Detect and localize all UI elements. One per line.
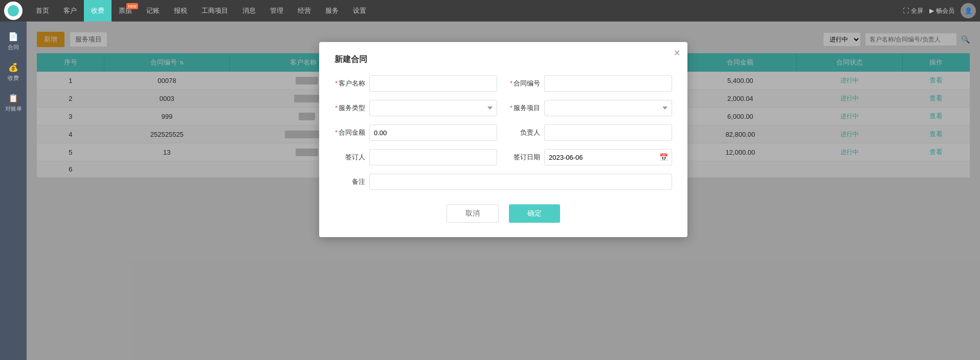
contract-amount-label: *合同金额 [335,128,365,137]
service-item-label: *服务项目 [509,103,540,113]
responsible-person-row: 负责人 [509,124,672,141]
app-logo [4,2,23,20]
nav-item-home[interactable]: 首页 [29,0,56,22]
nav-item-operation[interactable]: 经营 [291,0,318,22]
service-item-row: *服务项目 [509,100,672,116]
sidebar-item-statement-label: 对账单 [5,105,22,113]
avatar-icon: 👤 [965,7,972,14]
modal-close-button[interactable]: ✕ [674,48,680,58]
signer-label: 签订人 [335,153,365,162]
contract-amount-input[interactable] [369,124,497,141]
sidebar-item-contract-label: 合同 [8,44,19,51]
modal-title: 新建合同 [335,54,672,65]
confirm-button[interactable]: 确定 [509,204,560,223]
main-layout: 📄 合同 💰 收费 📋 对账单 新增 服务项目 进行中 已结束 全部 🔍 [0,22,980,360]
nav-right: ⛶ 全屏 ▶ 畅会员 👤 [903,3,976,18]
sidebar-item-contract[interactable]: 📄 合同 [0,26,27,56]
customer-name-label: *客户名称 [335,79,365,88]
date-input-wrap: 📅 [544,149,672,165]
cancel-button[interactable]: 取消 [447,204,499,223]
nav-item-settings[interactable]: 设置 [346,0,373,22]
billing-icon: 💰 [8,61,19,73]
member-button[interactable]: ▶ 畅会员 [929,7,954,15]
notes-label: 备注 [335,177,365,186]
required-star: * [510,104,513,112]
customer-name-row: *客户名称 [335,75,497,92]
responsible-person-input[interactable] [544,124,672,141]
member-label: 畅会员 [936,7,954,15]
service-type-select[interactable] [369,100,497,116]
nav-item-customer[interactable]: 客户 [56,0,84,22]
fullscreen-label: 全屏 [911,7,923,15]
customer-name-input[interactable] [369,75,497,92]
main-content: 新增 服务项目 进行中 已结束 全部 🔍 序号 合同编号 ⇅ 客户名称 ⇅ 服务… [27,22,980,360]
new-badge: new [126,3,138,9]
nav-item-business[interactable]: 工商项目 [194,0,235,22]
top-navigation: 首页 客户 收费 票据new 记账 报税 工商项目 消息 管理 经营 服务 设置… [0,0,980,22]
required-star: * [510,79,513,87]
required-star: * [335,129,338,136]
contract-number-row: *合同编号 [509,75,672,92]
notes-row: 备注 [335,174,672,190]
statement-icon: 📋 [8,92,19,103]
notes-input[interactable] [369,174,672,190]
form-grid: *客户名称 *合同编号 *服务类型 [335,75,672,190]
required-star: * [335,79,338,87]
service-type-row: *服务类型 [335,100,497,116]
fullscreen-button[interactable]: ⛶ 全屏 [903,7,923,15]
modal-footer: 取消 确定 [335,204,672,223]
responsible-person-label: 负责人 [509,128,540,137]
avatar[interactable]: 👤 [961,3,976,18]
modal-overlay: ✕ 新建合同 *客户名称 *合同编号 [27,22,980,360]
new-contract-modal: ✕ 新建合同 *客户名称 *合同编号 [319,42,687,237]
sidebar: 📄 合同 💰 收费 📋 对账单 [0,22,27,360]
sign-date-input[interactable] [544,149,672,165]
sidebar-item-billing-label: 收费 [8,74,19,82]
signer-input[interactable] [369,149,497,165]
signer-row: 签订人 [335,149,497,165]
nav-item-management[interactable]: 管理 [263,0,291,22]
required-star: * [335,104,338,112]
contract-number-label: *合同编号 [509,79,540,88]
contract-icon: 📄 [8,31,19,42]
nav-item-message[interactable]: 消息 [235,0,263,22]
logo-inner [8,5,19,16]
sign-date-label: 签订日期 [509,153,540,162]
service-item-select[interactable] [544,100,672,116]
nav-item-tax[interactable]: 报税 [167,0,194,22]
nav-item-billing[interactable]: 收费 [84,0,112,22]
contract-amount-row: *合同金额 [335,124,497,141]
contract-number-input[interactable] [544,75,672,92]
nav-items: 首页 客户 收费 票据new 记账 报税 工商项目 消息 管理 经营 服务 设置 [29,0,903,22]
fullscreen-icon: ⛶ [903,7,909,14]
nav-item-service[interactable]: 服务 [318,0,346,22]
play-icon: ▶ [929,7,934,14]
nav-item-invoice[interactable]: 票据new [112,0,139,22]
sidebar-item-billing[interactable]: 💰 收费 [0,56,27,87]
service-type-label: *服务类型 [335,103,365,113]
sidebar-item-statement[interactable]: 📋 对账单 [0,87,27,118]
nav-item-bookkeeping[interactable]: 记账 [139,0,167,22]
sign-date-row: 签订日期 📅 [509,149,672,165]
